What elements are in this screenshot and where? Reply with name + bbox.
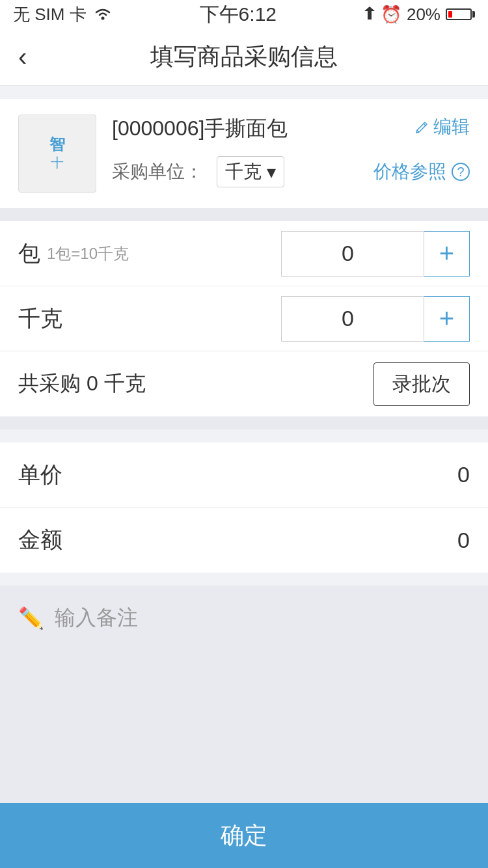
alarm-icon: ⏰ [381, 5, 401, 25]
kg-input-row: 千克 + [0, 286, 488, 351]
product-card: 智 十 [0000006]手撕面包 编辑 采购单位： [0, 99, 488, 208]
logo-main: 智 [49, 135, 65, 154]
pack-quantity-input[interactable] [281, 231, 424, 277]
unit-price-row: 单价 0 [0, 442, 488, 508]
nav-bar: ‹ 填写商品采购信息 [0, 29, 488, 86]
sim-status: 无 SIM 卡 [13, 3, 87, 26]
pencil-icon: ✏️ [18, 606, 44, 631]
product-name: [0000006]手撕面包 [112, 115, 288, 143]
summary-section: 共采购 0 千克 录批次 [0, 351, 488, 416]
kg-plus-button[interactable]: + [424, 296, 470, 342]
price-ref-help-icon: ? [452, 163, 470, 181]
unit-select[interactable]: 千克 ▾ [217, 156, 284, 187]
product-info: [0000006]手撕面包 编辑 采购单位： 千克 ▾ [112, 115, 470, 187]
wifi-icon [93, 5, 113, 25]
price-section: 单价 0 金额 0 [0, 442, 488, 573]
amount-row: 金额 0 [0, 508, 488, 573]
logo-sub: 十 [51, 154, 64, 172]
kg-quantity-input[interactable] [281, 296, 424, 342]
pack-input-row: 包 1包=10千克 + [0, 221, 488, 286]
edit-button[interactable]: 编辑 [415, 115, 470, 139]
amount-value: 0 [457, 528, 470, 553]
location-icon [364, 5, 375, 25]
status-time: 下午6:12 [200, 1, 277, 28]
pack-plus-button[interactable]: + [424, 231, 470, 277]
pack-sublabel: 1包=10千克 [47, 243, 129, 264]
kg-label: 千克 [18, 304, 62, 334]
unit-label: 采购单位： [112, 161, 203, 182]
unit-price-value: 0 [457, 462, 470, 487]
pack-label: 包 [18, 239, 40, 269]
status-right: ⏰ 20% [364, 5, 475, 25]
status-bar: 无 SIM 卡 下午6:12 ⏰ 20% [0, 0, 488, 29]
unit-price-label: 单价 [18, 460, 62, 490]
back-button[interactable]: ‹ [18, 42, 27, 72]
divider-1 [0, 208, 488, 221]
status-left: 无 SIM 卡 [13, 3, 113, 26]
input-section: 包 1包=10千克 + 千克 + [0, 221, 488, 351]
record-batch-button[interactable]: 录批次 [373, 362, 470, 406]
confirm-button[interactable]: 确定 [0, 803, 488, 868]
svg-point-0 [101, 16, 104, 20]
dropdown-arrow-icon: ▾ [267, 161, 276, 183]
summary-text: 共采购 0 千克 [18, 370, 146, 398]
divider-2 [0, 416, 488, 429]
price-ref-button[interactable]: 价格参照 ? [373, 159, 470, 184]
product-image: 智 十 [18, 115, 96, 193]
remark-placeholder: 输入备注 [55, 604, 138, 632]
battery-percent: 20% [407, 5, 441, 25]
battery-icon [446, 8, 475, 20]
amount-label: 金额 [18, 525, 62, 555]
page-title: 填写商品采购信息 [150, 41, 338, 73]
remark-section[interactable]: ✏️ 输入备注 [0, 586, 488, 651]
